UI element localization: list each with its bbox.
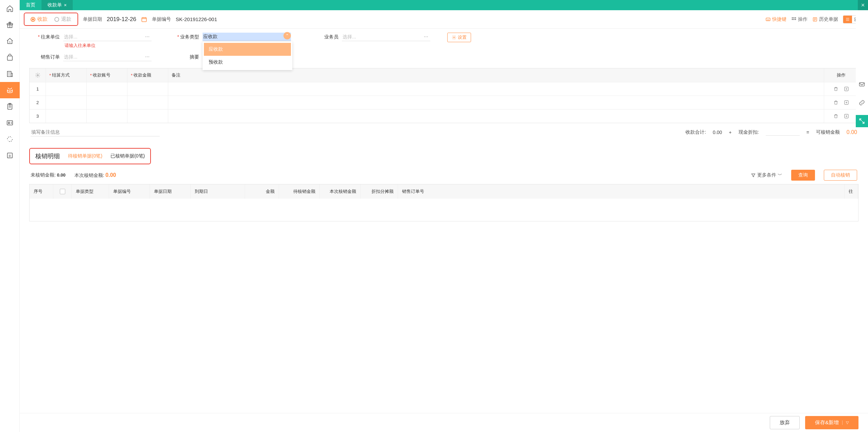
- content-area: *往来单位 ⋯ 请输入往来单位 *业务类型 ⌃ 应收款: [20, 29, 868, 432]
- radio-dot-icon: [54, 17, 59, 22]
- nav-new-icon[interactable]: 新: [5, 151, 14, 160]
- svg-point-14: [792, 17, 793, 18]
- shortcut-link[interactable]: 快捷键: [765, 16, 786, 22]
- radio-refund[interactable]: 退款: [54, 16, 71, 22]
- ops-link[interactable]: 操作: [791, 16, 808, 22]
- add-row-icon[interactable]: [844, 114, 849, 119]
- calendar-icon[interactable]: [141, 16, 147, 22]
- more-icon[interactable]: ⋯: [145, 34, 150, 39]
- biztype-label: *业务类型: [169, 34, 199, 40]
- tab-home[interactable]: 首页: [20, 0, 41, 10]
- window-close-icon[interactable]: ×: [858, 0, 868, 10]
- ops-label: 操作: [798, 16, 808, 22]
- close-icon[interactable]: ×: [64, 2, 67, 8]
- footer: 放弃 保存&新增 ▽: [20, 413, 868, 432]
- tab-current-label: 收款单: [48, 2, 62, 8]
- biztype-field: *业务类型 ⌃ 应收款 预收款: [169, 33, 291, 41]
- row-index: 3: [30, 110, 46, 123]
- nav-home-icon[interactable]: [5, 4, 14, 13]
- chevron-down-icon[interactable]: ▽: [842, 420, 849, 425]
- biztype-option-ar[interactable]: 应收款: [204, 43, 291, 56]
- auto-writeoff-button[interactable]: 自动核销: [824, 170, 857, 181]
- biztype-dropdown: 应收款 预收款: [203, 41, 292, 70]
- col-due: 到期日: [191, 184, 245, 199]
- settings-button[interactable]: 设置: [447, 33, 471, 42]
- total-label: 收款合计:: [685, 129, 706, 135]
- shortcut-label: 快捷键: [772, 16, 786, 22]
- history-link[interactable]: 历史单据: [812, 16, 838, 22]
- grid-gear-icon[interactable]: [30, 68, 46, 82]
- tab-pending[interactable]: 待核销单据(0笔): [68, 153, 102, 159]
- col-last: 往: [845, 184, 858, 199]
- party-field: *往来单位 ⋯: [29, 33, 152, 41]
- col-no: 单据编号: [109, 184, 150, 199]
- view-list-icon[interactable]: [843, 16, 852, 23]
- writeoff-filter-row: 未核销金额: 0.00 本次核销金额: 0.00 更多条件 ﹀ 查询 自动核销: [29, 164, 858, 184]
- expand-icon[interactable]: [856, 115, 868, 127]
- query-button[interactable]: 查询: [791, 170, 815, 181]
- chevron-up-icon[interactable]: ⌃: [283, 32, 291, 39]
- writeoff-grid-header: 序号 单据类型 单据编号 单据日期 到期日 金额 待核销金额 本次核销金额 折扣…: [30, 184, 858, 199]
- discard-button[interactable]: 放弃: [770, 416, 800, 429]
- tab-home-label: 首页: [26, 2, 35, 8]
- nav-bag-icon[interactable]: [5, 53, 14, 62]
- party-label: *往来单位: [29, 34, 60, 40]
- more-conditions[interactable]: 更多条件 ﹀: [751, 172, 782, 178]
- col-amt: 金额: [245, 184, 279, 199]
- tab-done[interactable]: 已核销单据(0笔): [110, 153, 145, 159]
- svg-point-9: [8, 122, 10, 123]
- nav-gift-icon[interactable]: [5, 20, 14, 29]
- nav-building-icon[interactable]: [5, 69, 14, 78]
- svg-text:S: S: [9, 41, 10, 43]
- grid-row[interactable]: 1: [30, 82, 858, 96]
- nav-money-icon[interactable]: ¥: [0, 82, 20, 98]
- save-and-new-button[interactable]: 保存&新增 ▽: [805, 416, 858, 429]
- nav-clipboard-icon[interactable]: [5, 102, 14, 111]
- unwrite-label: 未核销金额:: [31, 172, 56, 178]
- tab-current[interactable]: 收款单 ×: [41, 0, 73, 10]
- mail-icon[interactable]: [856, 78, 868, 90]
- delete-icon[interactable]: [833, 100, 838, 105]
- row-index: 2: [30, 96, 46, 109]
- doc-date-value[interactable]: 2019-12-26: [107, 16, 136, 23]
- clerk-input[interactable]: [342, 33, 430, 41]
- grid-row[interactable]: 2: [30, 96, 858, 109]
- grid-row[interactable]: 3: [30, 109, 858, 123]
- sidebar-left: S ¥ 新: [0, 0, 20, 432]
- svg-point-17: [792, 19, 793, 20]
- receipt-type-radio-group: 收款 退款: [24, 13, 78, 26]
- link-icon[interactable]: [856, 97, 868, 109]
- summary-row: 收款合计: 0.00 + 现金折扣: = 可核销金额 0.00: [29, 123, 858, 141]
- radio-receive[interactable]: 收款: [31, 16, 48, 22]
- doc-date-label: 单据日期: [83, 16, 102, 22]
- radio-receive-label: 收款: [37, 16, 48, 22]
- col-settle: *结算方式: [46, 68, 87, 82]
- sales-order-input[interactable]: [63, 53, 152, 61]
- tabbar: 首页 收款单 × ×: [20, 0, 868, 10]
- svg-rect-4: [7, 71, 11, 77]
- add-row-icon[interactable]: [844, 86, 849, 92]
- history-label: 历史单据: [819, 16, 838, 22]
- more-icon[interactable]: ⋯: [424, 34, 429, 39]
- nav-house2-icon[interactable]: S: [5, 37, 14, 46]
- this-value: 0.00: [105, 172, 116, 178]
- svg-rect-30: [860, 83, 865, 86]
- add-row-icon[interactable]: [844, 100, 849, 105]
- delete-icon[interactable]: [833, 114, 838, 119]
- biztype-option-pre[interactable]: 预收款: [204, 56, 291, 69]
- party-input[interactable]: [63, 33, 152, 41]
- delete-icon[interactable]: [833, 86, 838, 92]
- unwrite-value: 0.00: [57, 172, 66, 178]
- biztype-input[interactable]: [203, 33, 291, 41]
- select-all-checkbox[interactable]: [60, 189, 65, 194]
- svg-point-19: [795, 19, 796, 20]
- doc-no-label: 单据编号: [152, 16, 171, 22]
- radio-refund-label: 退款: [61, 16, 71, 22]
- nav-id-icon[interactable]: [5, 118, 14, 127]
- nav-sync-icon[interactable]: [5, 135, 14, 144]
- party-error: 请输入往来单位: [65, 43, 152, 49]
- remark-input[interactable]: [31, 128, 160, 136]
- svg-point-25: [453, 37, 455, 38]
- disc-input[interactable]: [766, 129, 800, 136]
- more-icon[interactable]: ⋯: [145, 54, 150, 59]
